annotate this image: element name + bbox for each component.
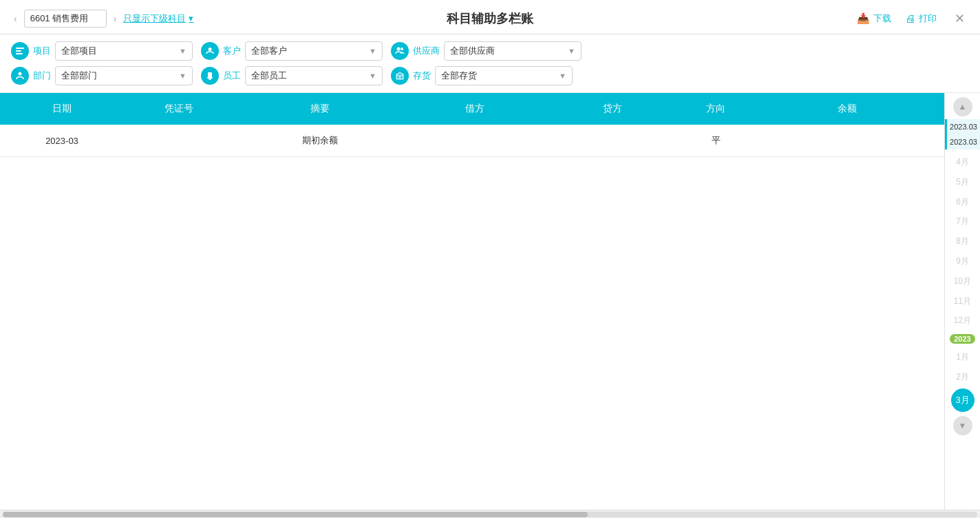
table-row: 2023-03期初余额平 <box>0 125 944 157</box>
cell-summary: 期初余额 <box>234 125 406 157</box>
filter-area: 项目 全部项目 ▼ 客户 全部客户 ▼ <box>0 34 980 93</box>
scroll-thumb[interactable] <box>3 512 588 517</box>
chevron-down-icon: ▼ <box>179 72 187 80</box>
close-button[interactable]: ✕ <box>950 10 969 28</box>
cell-credit <box>544 125 681 157</box>
svg-rect-9 <box>209 79 211 80</box>
sidebar-month-3-active[interactable]: 3月 <box>951 388 974 412</box>
title-left: ‹ 6601 销售费用 › 只显示下级科目 ▾ <box>11 10 193 28</box>
department-label: 部门 <box>33 70 51 82</box>
col-header-credit: 贷方 <box>544 93 681 125</box>
project-select[interactable]: 全部项目 ▼ <box>55 41 193 61</box>
svg-rect-2 <box>16 53 23 54</box>
show-sub-button[interactable]: 只显示下级科目 ▾ <box>123 12 193 25</box>
scroll-track <box>3 512 977 517</box>
svg-point-5 <box>401 48 403 50</box>
table-header-row: 日期 凭证号 摘要 借方 贷方 方向 余额 <box>0 93 944 125</box>
chevron-down-icon: ▼ <box>559 72 566 80</box>
sidebar-period-2[interactable]: 2023.03 <box>945 134 980 149</box>
col-header-debit: 借方 <box>406 93 544 125</box>
sidebar-period-1[interactable]: 2023.03 <box>945 119 980 134</box>
sidebar-month-2[interactable]: 2月 <box>945 367 980 387</box>
employee-label: 员工 <box>223 70 241 82</box>
filter-customer: 客户 全部客户 ▼ <box>201 41 383 61</box>
col-header-date: 日期 <box>0 93 124 125</box>
sidebar-month-5[interactable]: 5月 <box>945 172 980 192</box>
filter-row-1: 项目 全部项目 ▼ 客户 全部客户 ▼ <box>11 41 969 61</box>
year-badge-container: 2023 <box>950 333 974 345</box>
supplier-label: 供应商 <box>413 45 440 57</box>
filter-supplier: 供应商 全部供应商 ▼ <box>391 41 582 61</box>
sidebar-month-6[interactable]: 6月 <box>945 192 980 212</box>
cell-balance <box>750 125 944 157</box>
svg-rect-0 <box>16 48 24 49</box>
cell-debit <box>406 125 544 157</box>
supplier-select[interactable]: 全部供应商 ▼ <box>444 41 582 61</box>
svg-point-6 <box>19 72 22 76</box>
svg-rect-1 <box>16 50 21 52</box>
filter-employee: 员工 全部员工 ▼ <box>201 66 383 85</box>
chevron-down-icon: ▼ <box>179 47 187 55</box>
filter-inventory: 存货 全部存货 ▼ <box>391 66 573 85</box>
sidebar-month-4[interactable]: 4月 <box>945 152 980 172</box>
customer-icon <box>201 42 219 60</box>
sidebar-month-12[interactable]: 12月 <box>945 311 980 331</box>
svg-point-3 <box>209 48 212 51</box>
sidebar-down-arrow[interactable]: ▼ <box>953 416 972 435</box>
svg-rect-8 <box>207 77 213 79</box>
main-table-area: 日期 凭证号 摘要 借方 贷方 方向 余额 2023-03期初余额平 <box>0 93 944 510</box>
nav-next-arrow[interactable]: › <box>111 12 120 25</box>
svg-rect-7 <box>208 72 212 78</box>
project-icon <box>11 42 29 60</box>
chevron-down-icon: ▼ <box>369 72 376 80</box>
table-container: 日期 凭证号 摘要 借方 贷方 方向 余额 2023-03期初余额平 ▲ <box>0 93 980 510</box>
chevron-down-icon: ▼ <box>369 47 376 55</box>
cell-direction: 平 <box>681 125 750 157</box>
sidebar-month-8[interactable]: 8月 <box>945 231 980 251</box>
horizontal-scrollbar[interactable] <box>0 510 980 518</box>
ledger-table: 日期 凭证号 摘要 借方 贷方 方向 余额 2023-03期初余额平 <box>0 93 944 157</box>
col-header-direction: 方向 <box>681 93 750 125</box>
download-icon: 📥 <box>857 12 870 25</box>
sidebar-month-11[interactable]: 11月 <box>945 291 980 311</box>
inventory-select[interactable]: 全部存货 ▼ <box>435 66 573 85</box>
chevron-down-icon: ▼ <box>568 47 575 55</box>
customer-label: 客户 <box>223 45 241 57</box>
employee-icon <box>201 67 219 85</box>
title-actions: 📥 下载 🖨 打印 ✕ <box>857 10 969 28</box>
cell-date: 2023-03 <box>0 125 124 157</box>
year-badge: 2023 <box>950 334 974 344</box>
department-icon <box>11 67 29 85</box>
print-icon: 🖨 <box>905 12 915 24</box>
sidebar-month-10[interactable]: 10月 <box>945 271 980 291</box>
right-sidebar: ▲ 2023.03 2023.03 4月 5月 6月 7月 8月 9月 10月 … <box>944 93 980 510</box>
page-title: 科目辅助多栏账 <box>447 10 533 27</box>
cell-voucher <box>124 125 234 157</box>
title-bar: ‹ 6601 销售费用 › 只显示下级科目 ▾ 科目辅助多栏账 📥 下载 🖨 打… <box>0 0 980 34</box>
svg-point-4 <box>397 48 401 51</box>
sidebar-month-1[interactable]: 1月 <box>945 347 980 367</box>
col-header-voucher: 凭证号 <box>124 93 234 125</box>
nav-prev-arrow[interactable]: ‹ <box>11 12 20 25</box>
inventory-label: 存货 <box>413 70 431 82</box>
sidebar-month-9[interactable]: 9月 <box>945 251 980 271</box>
filter-project: 项目 全部项目 ▼ <box>11 41 193 61</box>
filter-row-2: 部门 全部部门 ▼ 员工 全部员工 ▼ <box>11 66 969 85</box>
employee-select[interactable]: 全部员工 ▼ <box>245 66 383 85</box>
sidebar-month-7[interactable]: 7月 <box>945 211 980 231</box>
print-button[interactable]: 🖨 打印 <box>905 12 937 25</box>
main-window: ‹ 6601 销售费用 › 只显示下级科目 ▾ 科目辅助多栏账 📥 下载 🖨 打… <box>0 0 980 518</box>
col-header-balance: 余额 <box>750 93 944 125</box>
col-header-summary: 摘要 <box>234 93 406 125</box>
chevron-down-icon: ▾ <box>189 13 193 23</box>
download-button[interactable]: 📥 下载 <box>857 12 891 25</box>
department-select[interactable]: 全部部门 ▼ <box>55 66 193 85</box>
customer-select[interactable]: 全部客户 ▼ <box>245 41 383 61</box>
supplier-icon <box>391 42 409 60</box>
account-code[interactable]: 6601 销售费用 <box>24 10 107 28</box>
sidebar-up-arrow[interactable]: ▲ <box>953 97 972 116</box>
filter-department: 部门 全部部门 ▼ <box>11 66 193 85</box>
project-label: 项目 <box>33 45 51 57</box>
inventory-icon <box>391 67 409 85</box>
